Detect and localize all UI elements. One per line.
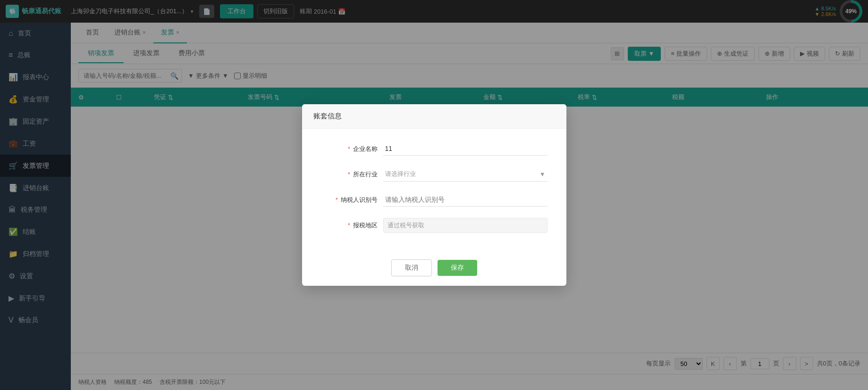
company-name-label: * 企业名称 [321,145,378,153]
cancel-button[interactable]: 取消 [391,259,432,276]
form-row-tax-region: * 报税地区 通过税号获取 [321,218,548,233]
tax-number-field [383,193,548,207]
modal-footer: 取消 保存 [302,254,566,286]
tax-number-label: * 纳税人识别号 [321,196,378,204]
tax-number-input[interactable] [383,193,548,207]
form-row-industry: * 所在行业 请选择行业 ▼ [321,167,548,182]
modal-overlay: 账套信息 * 企业名称 * 所在行业 [0,0,868,390]
form-row-company-name: * 企业名称 [321,142,548,156]
company-name-input[interactable] [383,142,548,156]
account-info-modal: 账套信息 * 企业名称 * 所在行业 [302,104,566,286]
modal-title: 账套信息 [313,112,342,120]
save-button[interactable]: 保存 [438,260,477,276]
tax-region-field: 通过税号获取 [383,218,548,233]
tax-region-label: * 报税地区 [321,221,378,230]
industry-label: * 所在行业 [321,170,378,179]
form-row-tax-number: * 纳税人识别号 [321,193,548,207]
company-name-field [383,142,548,156]
tax-region-display: 通过税号获取 [383,218,548,233]
industry-field: 请选择行业 ▼ [383,167,548,182]
chevron-down-icon: ▼ [539,171,546,178]
modal-body: * 企业名称 * 所在行业 请选择行业 ▼ [302,129,566,254]
industry-select[interactable]: 请选择行业 ▼ [383,167,548,182]
modal-header: 账套信息 [302,104,566,129]
